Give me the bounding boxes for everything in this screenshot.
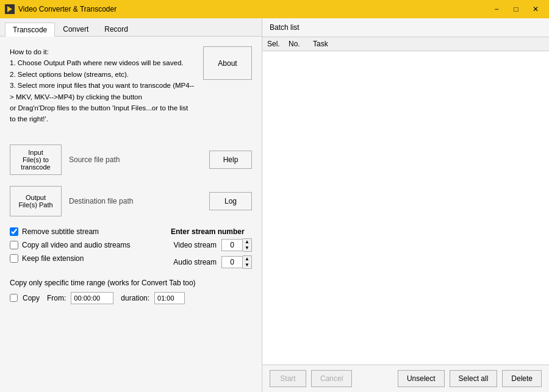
audio-stream-spinners: ▲ ▼	[243, 255, 252, 269]
streams-title: Enter stream number	[171, 227, 245, 236]
copy-label[interactable]: Copy	[23, 294, 40, 302]
keep-extension-row: Keep file extension	[10, 254, 165, 263]
copy-streams-label[interactable]: Copy all video and audio streams	[22, 241, 130, 249]
help-button[interactable]: Help	[209, 151, 252, 169]
close-button[interactable]: ✕	[527, 3, 544, 15]
col-header-sel: Sel.	[267, 40, 289, 48]
maximize-button[interactable]: □	[508, 3, 525, 15]
copy-streams-row: Copy all video and audio streams	[10, 241, 165, 249]
options-area: Remove subtitle stream Copy all video an…	[10, 227, 252, 269]
video-stream-spinners: ▲ ▼	[243, 238, 252, 252]
audio-stream-down[interactable]: ▼	[243, 262, 251, 268]
main-container: Transcode Convert Record How to do it: 1…	[0, 18, 549, 392]
unselect-button[interactable]: Unselect	[398, 370, 445, 387]
log-button[interactable]: Log	[209, 192, 252, 210]
window-controls: − □ ✕	[488, 3, 544, 15]
left-panel: Transcode Convert Record How to do it: 1…	[0, 18, 262, 392]
select-all-button[interactable]: Select all	[450, 370, 498, 387]
copy-streams-checkbox[interactable]	[10, 241, 18, 249]
from-input[interactable]	[71, 292, 113, 304]
keep-extension-checkbox[interactable]	[10, 254, 18, 263]
right-panel: Batch list Sel. No. Task Start Cancel Un…	[262, 18, 549, 392]
audio-stream-row: Audio stream ▲ ▼	[171, 255, 252, 269]
video-stream-up[interactable]: ▲	[243, 239, 251, 245]
from-label: From:	[47, 294, 66, 302]
start-button[interactable]: Start	[270, 370, 306, 387]
time-range-title: Copy only specific time range (works for…	[10, 279, 252, 287]
duration-input[interactable]	[154, 292, 185, 304]
instructions-text: How to do it: 1. Choose Output Path wher…	[10, 46, 196, 125]
tab-convert[interactable]: Convert	[55, 22, 96, 36]
col-header-task: Task	[313, 40, 544, 48]
tab-record[interactable]: Record	[96, 22, 136, 36]
svg-marker-0	[7, 6, 12, 12]
keep-extension-label[interactable]: Keep file extension	[22, 254, 84, 263]
left-content: How to do it: 1. Choose Output Path wher…	[0, 37, 262, 392]
window-title: Video Converter & Transcoder	[18, 5, 488, 13]
batch-table-columns: Sel. No. Task	[262, 37, 549, 51]
checkboxes-column: Remove subtitle stream Copy all video an…	[10, 227, 165, 269]
cancel-button[interactable]: Cancel	[311, 370, 352, 387]
video-stream-input-group: ▲ ▼	[221, 238, 252, 252]
about-button[interactable]: About	[203, 46, 252, 80]
destination-file-path: Destination file path	[69, 197, 202, 205]
audio-stream-input-group: ▲ ▼	[221, 255, 252, 269]
video-stream-input[interactable]	[221, 239, 243, 251]
app-icon	[5, 4, 15, 14]
streams-column: Enter stream number Video stream ▲ ▼ Aud	[171, 227, 252, 269]
batch-footer: Start Cancel Unselect Select all Delete	[262, 365, 549, 392]
output-files-button[interactable]: Output File(s) Path	[10, 186, 62, 216]
video-stream-down[interactable]: ▼	[243, 245, 251, 251]
input-files-button[interactable]: Input File(s) to transcode	[10, 144, 62, 175]
input-files-row: Input File(s) to transcode Source file p…	[10, 144, 252, 175]
remove-subtitle-label[interactable]: Remove subtitle stream	[22, 227, 99, 236]
audio-stream-label: Audio stream	[171, 258, 217, 266]
remove-subtitle-checkbox[interactable]	[10, 227, 18, 236]
audio-stream-input[interactable]	[221, 256, 243, 268]
video-stream-label: Video stream	[171, 241, 217, 249]
time-range-checkbox[interactable]	[10, 294, 18, 302]
minimize-button[interactable]: −	[488, 3, 505, 15]
audio-stream-up[interactable]: ▲	[243, 256, 251, 262]
col-header-no: No.	[289, 40, 313, 48]
batch-list-content	[262, 51, 549, 365]
tab-bar: Transcode Convert Record	[0, 18, 262, 37]
delete-button[interactable]: Delete	[502, 370, 542, 387]
time-range-row: Copy From: duration:	[10, 292, 252, 304]
time-range-section: Copy only specific time range (works for…	[10, 279, 252, 304]
video-stream-row: Video stream ▲ ▼	[171, 238, 252, 252]
tab-transcode[interactable]: Transcode	[5, 23, 55, 37]
duration-label: duration:	[121, 294, 149, 302]
remove-subtitle-row: Remove subtitle stream	[10, 227, 165, 236]
source-file-path: Source file path	[69, 155, 202, 164]
title-bar: Video Converter & Transcoder − □ ✕	[0, 0, 549, 18]
output-files-row: Output File(s) Path Destination file pat…	[10, 186, 252, 216]
batch-list-header: Batch list	[262, 18, 549, 37]
